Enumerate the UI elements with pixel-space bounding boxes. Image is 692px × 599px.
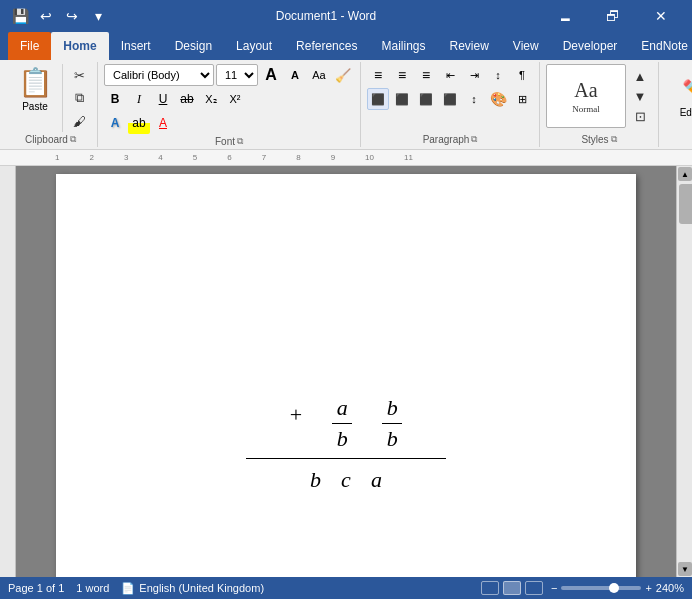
close-button[interactable]: ✕: [638, 0, 684, 32]
zoom-level[interactable]: 240%: [656, 582, 684, 594]
zoom-thumb[interactable]: [609, 583, 619, 593]
document-page[interactable]: + a b b b b c: [56, 174, 636, 577]
math-equation: + a b b b b c: [246, 395, 446, 493]
font-size-select[interactable]: 11: [216, 64, 258, 86]
styles-label: Styles ⧉: [581, 132, 616, 145]
paragraph-rows: ≡ ≡ ≡ ⇤ ⇥ ↕ ¶ ⬛ ⬛ ⬛ ⬛ ↕ 🎨 ⊞: [367, 64, 533, 110]
minimize-button[interactable]: 🗕: [542, 0, 588, 32]
scroll-thumb[interactable]: [679, 184, 692, 224]
tab-design[interactable]: Design: [163, 32, 224, 60]
font-name-select[interactable]: Calibri (Body): [104, 64, 214, 86]
subscript-button[interactable]: X₂: [200, 88, 222, 110]
tab-references[interactable]: References: [284, 32, 369, 60]
editing-button[interactable]: ✏️ Editing: [665, 64, 692, 132]
scroll-area[interactable]: + a b b b b c: [16, 166, 676, 577]
tab-insert[interactable]: Insert: [109, 32, 163, 60]
math-result-row: b c a: [310, 467, 382, 493]
clipboard-expand[interactable]: ⧉: [70, 134, 76, 145]
paste-button[interactable]: 📋 Paste: [10, 64, 60, 114]
font-rows: Calibri (Body) 11 A A Aa 🧹 B I U ab X₂: [104, 64, 354, 134]
clipboard-content: 📋 Paste ✂ ⧉ 🖌: [10, 64, 91, 132]
ruler: 1 2 3 4 5 6 7 8 9 10 11: [0, 150, 692, 166]
document-area: + a b b b b c: [0, 166, 692, 577]
clipboard-label: Clipboard ⧉: [25, 132, 76, 145]
frac2-num: b: [387, 395, 398, 421]
font-expand[interactable]: ⧉: [237, 136, 243, 147]
copy-button[interactable]: ⧉: [67, 87, 91, 109]
tab-developer[interactable]: Developer: [551, 32, 630, 60]
bullets-button[interactable]: ≡: [367, 64, 389, 86]
highlight-button[interactable]: ab: [128, 112, 150, 134]
multilevel-button[interactable]: ≡: [415, 64, 437, 86]
undo-button[interactable]: ↩: [34, 4, 58, 28]
math-numerator-row: + a b b b: [290, 395, 402, 452]
result-b: b: [310, 467, 321, 493]
redo-button[interactable]: ↪: [60, 4, 84, 28]
shading-button[interactable]: 🎨: [487, 88, 509, 110]
restore-button[interactable]: 🗗: [590, 0, 636, 32]
numbering-button[interactable]: ≡: [391, 64, 413, 86]
decrease-indent-button[interactable]: ⇤: [439, 64, 461, 86]
zoom-plus-button[interactable]: +: [645, 582, 651, 594]
paste-label: Paste: [22, 101, 48, 112]
align-right-button[interactable]: ⬛: [415, 88, 437, 110]
paragraph-content: ≡ ≡ ≡ ⇤ ⇥ ↕ ¶ ⬛ ⬛ ⬛ ⬛ ↕ 🎨 ⊞: [367, 64, 533, 132]
change-case-button[interactable]: Aa: [308, 64, 330, 86]
scroll-down-button[interactable]: ▼: [678, 562, 692, 576]
clipboard-right: ✂ ⧉ 🖌: [62, 64, 91, 132]
show-marks-button[interactable]: ¶: [511, 64, 533, 86]
tab-layout[interactable]: Layout: [224, 32, 284, 60]
zoom-minus-button[interactable]: −: [551, 582, 557, 594]
styles-expand[interactable]: ⧉: [611, 134, 617, 145]
right-scrollbar[interactable]: ▲ ▼: [676, 166, 692, 577]
styles-expand-button[interactable]: ⊡: [628, 106, 652, 126]
cut-button[interactable]: ✂: [67, 64, 91, 86]
clear-formatting-button[interactable]: 🧹: [332, 64, 354, 86]
read-mode-button[interactable]: [481, 581, 499, 595]
tab-mailings[interactable]: Mailings: [369, 32, 437, 60]
increase-indent-button[interactable]: ⇥: [463, 64, 485, 86]
tab-view[interactable]: View: [501, 32, 551, 60]
align-center-button[interactable]: ⬛: [391, 88, 413, 110]
styles-preview[interactable]: Aa Normal: [546, 64, 626, 128]
scroll-up-button[interactable]: ▲: [678, 167, 692, 181]
styles-content: Aa Normal ▲ ▼ ⊡: [546, 64, 652, 132]
sort-button[interactable]: ↕: [487, 64, 509, 86]
web-layout-button[interactable]: [525, 581, 543, 595]
shrink-font-button[interactable]: A: [284, 64, 306, 86]
tab-home[interactable]: Home: [51, 32, 108, 60]
styles-group: Aa Normal ▲ ▼ ⊡ Styles ⧉: [540, 62, 659, 147]
borders-button[interactable]: ⊞: [511, 88, 533, 110]
para-row-2: ⬛ ⬛ ⬛ ⬛ ↕ 🎨 ⊞: [367, 88, 533, 110]
ribbon-tabs: File Home Insert Design Layout Reference…: [0, 32, 692, 60]
title-bar-controls: 🗕 🗗 ✕: [542, 0, 684, 32]
grow-font-button[interactable]: A: [260, 64, 282, 86]
superscript-button[interactable]: X²: [224, 88, 246, 110]
italic-button[interactable]: I: [128, 88, 150, 110]
print-layout-button[interactable]: [503, 581, 521, 595]
styles-down-button[interactable]: ▼: [628, 86, 652, 106]
save-button[interactable]: 💾: [8, 4, 32, 28]
bold-button[interactable]: B: [104, 88, 126, 110]
text-effects-button[interactable]: A: [104, 112, 126, 134]
customize-button[interactable]: ▾: [86, 4, 110, 28]
font-color-button[interactable]: A: [152, 112, 174, 134]
frac1-line: [332, 423, 352, 424]
paragraph-expand[interactable]: ⧉: [471, 134, 477, 145]
tab-file[interactable]: File: [8, 32, 51, 60]
tab-review[interactable]: Review: [437, 32, 500, 60]
font-group: Calibri (Body) 11 A A Aa 🧹 B I U ab X₂: [98, 62, 361, 147]
strikethrough-button[interactable]: ab: [176, 88, 198, 110]
ribbon: 📋 Paste ✂ ⧉ 🖌 Clipboard ⧉ Calibri (Body): [0, 60, 692, 150]
underline-button[interactable]: U: [152, 88, 174, 110]
line-spacing-button[interactable]: ↕: [463, 88, 485, 110]
styles-up-button[interactable]: ▲: [628, 66, 652, 86]
zoom-slider[interactable]: [561, 586, 641, 590]
align-left-button[interactable]: ⬛: [367, 88, 389, 110]
format-painter-button[interactable]: 🖌: [67, 110, 91, 132]
window-title: Document1 - Word: [110, 9, 542, 23]
editing-group: ✏️ Editing x: [659, 62, 692, 147]
justify-button[interactable]: ⬛: [439, 88, 461, 110]
editing-content: ✏️ Editing: [665, 64, 692, 132]
tab-endnote[interactable]: EndNote: [629, 32, 692, 60]
